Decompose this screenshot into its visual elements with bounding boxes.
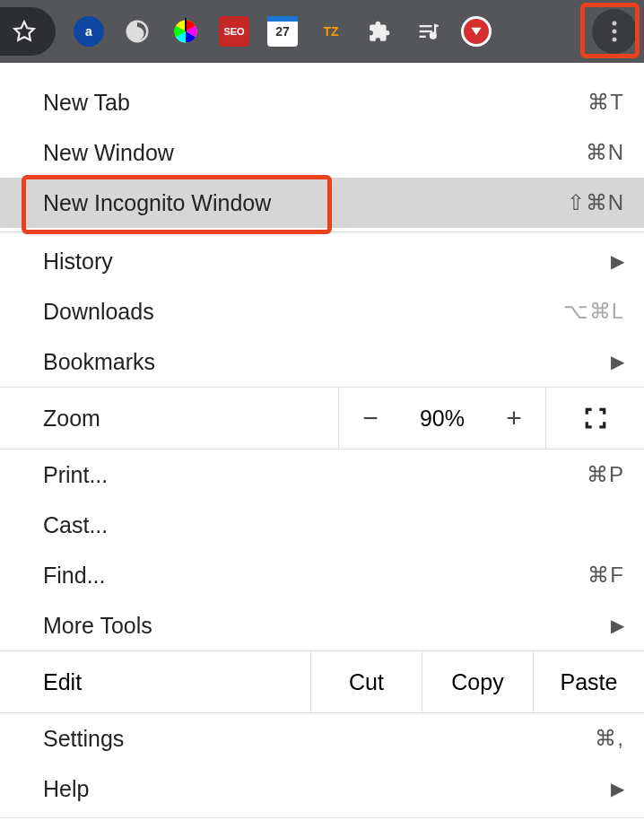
shortcut: ⇧⌘N: [567, 190, 624, 215]
menu-find[interactable]: Find... ⌘F: [0, 550, 644, 600]
bookmark-star-wrap: [0, 7, 56, 56]
menu-label: Downloads: [43, 299, 154, 325]
divider: [0, 817, 644, 818]
menu-zoom-row: Zoom − 90% +: [0, 387, 644, 450]
menu-label: New Incognito Window: [43, 190, 271, 216]
chevron-right-icon: ▶: [611, 615, 624, 636]
cut-button[interactable]: Cut: [310, 651, 422, 712]
extension-calendar-icon[interactable]: 27: [267, 16, 298, 47]
menu-label: Find...: [43, 563, 105, 589]
svg-marker-8: [471, 28, 481, 35]
svg-point-7: [431, 33, 436, 39]
menu-label: Settings: [43, 726, 124, 752]
divider: [0, 231, 644, 232]
menu-settings[interactable]: Settings ⌘,: [0, 713, 644, 764]
menu-label: Bookmarks: [43, 349, 155, 375]
paste-button[interactable]: Paste: [533, 651, 644, 712]
fullscreen-button[interactable]: [545, 388, 644, 449]
menu-history[interactable]: History ▶: [0, 236, 644, 286]
copy-button[interactable]: Copy: [422, 651, 533, 712]
edit-label: Edit: [0, 651, 310, 712]
menu-label: Print...: [43, 462, 108, 488]
shortcut: ⌘F: [587, 563, 624, 588]
star-icon[interactable]: [9, 16, 39, 47]
shortcut: ⌥⌘L: [563, 299, 624, 324]
menu-new-window[interactable]: New Window ⌘N: [0, 127, 644, 178]
more-menu-button[interactable]: [592, 9, 637, 54]
menu-label: More Tools: [43, 613, 152, 639]
menu-new-tab[interactable]: New Tab ⌘T: [0, 77, 644, 127]
svg-point-9: [613, 22, 617, 26]
extension-tz-icon[interactable]: TZ: [316, 16, 346, 47]
zoom-value: 90%: [402, 406, 483, 432]
menu-cast[interactable]: Cast...: [0, 500, 644, 550]
extension-seo-icon[interactable]: SEO: [219, 16, 249, 47]
calendar-day: 27: [275, 24, 290, 39]
zoom-label: Zoom: [0, 406, 338, 432]
menu-bookmarks[interactable]: Bookmarks ▶: [0, 336, 644, 387]
extension-media-icon[interactable]: [413, 16, 443, 47]
menu-print[interactable]: Print... ⌘P: [0, 450, 644, 500]
chevron-right-icon: ▶: [611, 250, 624, 272]
extension-amazon-icon[interactable]: a: [74, 16, 104, 47]
browser-menu: New Tab ⌘T New Window ⌘N New Incognito W…: [0, 61, 644, 818]
svg-point-11: [613, 38, 617, 42]
shortcut: ⌘N: [586, 140, 624, 165]
menu-edit-row: Edit Cut Copy Paste: [0, 650, 644, 713]
zoom-out-button[interactable]: −: [339, 388, 402, 449]
extension-colorpicker-icon[interactable]: [170, 16, 201, 47]
menu-downloads[interactable]: Downloads ⌥⌘L: [0, 286, 644, 336]
svg-point-10: [613, 30, 617, 34]
menu-help[interactable]: Help ▶: [0, 764, 644, 814]
menu-label: History: [43, 249, 113, 275]
menu-label: Cast...: [43, 512, 108, 538]
shortcut: ⌘,: [595, 726, 624, 751]
extensions-puzzle-icon[interactable]: [364, 16, 395, 47]
menu-label: Help: [43, 776, 89, 802]
menu-new-incognito[interactable]: New Incognito Window ⇧⌘N: [0, 178, 644, 228]
browser-toolbar: a SEO 27 TZ: [0, 0, 644, 63]
chevron-right-icon: ▶: [611, 351, 624, 372]
extension-swirl-icon[interactable]: [122, 16, 152, 47]
menu-more-tools[interactable]: More Tools ▶: [0, 600, 644, 650]
extension-red-triangle-icon[interactable]: [461, 16, 492, 47]
menu-label: New Window: [43, 140, 174, 166]
chevron-right-icon: ▶: [611, 778, 624, 799]
shortcut: ⌘T: [587, 90, 624, 115]
zoom-controls: − 90% +: [338, 388, 545, 449]
zoom-in-button[interactable]: +: [483, 388, 545, 449]
menu-label: New Tab: [43, 90, 130, 116]
svg-marker-0: [14, 22, 34, 40]
shortcut: ⌘P: [587, 462, 624, 487]
